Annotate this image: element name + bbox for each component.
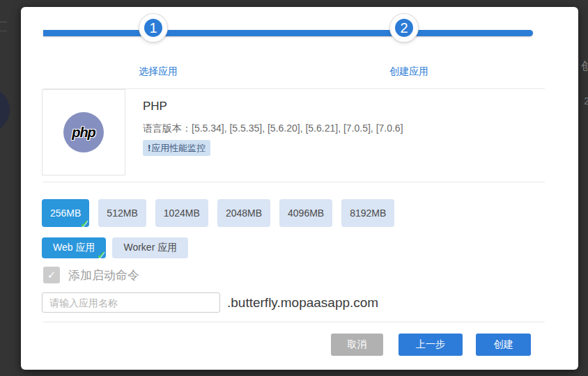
app-type-row: Web 应用 ✓ Worker 应用 [42,237,194,258]
step-2-circle: 2 [390,14,418,42]
create-button[interactable]: 创建 [476,334,531,356]
app-type-option-label: Worker 应用 [123,242,177,254]
app-name: PHP [143,100,167,113]
app-type-option-web[interactable]: Web 应用 ✓ [42,237,106,258]
step-1-number: 1 [149,20,157,36]
memory-option-256mb[interactable]: 256MB ✓ [42,199,89,227]
startup-command-row: ✓ 添加启动命令 [43,267,139,283]
check-icon: ✓ [80,219,89,230]
app-name-input[interactable] [42,292,220,313]
php-logo-text: php [72,125,95,141]
startup-command-checkbox[interactable]: ✓ [43,267,60,283]
memory-option-512mb[interactable]: 512MB [98,199,146,227]
app-performance-tag: ! 应用性能监控 [143,140,210,156]
background-artifact [0,22,7,31]
background-text-fragment: 创 [581,59,588,74]
memory-option-label: 8192MB [350,207,386,219]
exclamation-icon: ! [148,143,150,153]
background-logo-fragment [0,88,10,132]
step-1-circle: 1 [139,14,167,42]
stepper: 1 2 选择应用 创建应用 [21,7,578,88]
domain-suffix: .butterfly.mopaasapp.com [227,295,378,311]
memory-option-8192mb[interactable]: 8192MB [341,199,394,227]
memory-option-2048mb[interactable]: 2048MB [217,199,270,227]
memory-option-label: 1024MB [164,207,200,219]
startup-command-label: 添加启动命令 [68,267,139,283]
stepper-progress-bar [43,30,533,36]
app-performance-tag-label: 应用性能监控 [151,142,206,155]
app-icon-box: php [42,89,125,175]
memory-option-label: 256MB [50,207,81,219]
memory-option-label: 2048MB [226,207,262,219]
divider [43,322,545,322]
background-text-fragment: 2 [584,95,588,107]
app-versions: 语言版本：[5.5.34], [5.5.35], [5.6.20], [5.6.… [143,123,403,135]
check-icon: ✓ [47,269,56,281]
memory-option-label: 4096MB [288,207,324,219]
previous-step-button[interactable]: 上一步 [399,334,463,356]
step-2-number: 2 [400,20,408,36]
check-icon: ✓ [97,250,106,261]
divider [43,182,545,182]
app-type-option-worker[interactable]: Worker 应用 [112,237,188,258]
cancel-button[interactable]: 取消 [331,334,383,356]
step-1-label: 选择应用 [116,65,200,78]
app-type-option-label: Web 应用 [53,242,95,254]
php-logo-icon: php [63,112,104,152]
memory-option-1024mb[interactable]: 1024MB [155,199,208,227]
app-name-row: .butterfly.mopaasapp.com [42,292,378,313]
memory-option-4096mb[interactable]: 4096MB [279,199,332,227]
memory-options-row: 256MB ✓ 512MB 1024MB 2048MB 4096MB 8192M… [42,199,403,227]
memory-option-label: 512MB [107,207,137,219]
create-app-modal: 1 2 选择应用 创建应用 php PHP 语言版本：[5.5.34], [5.… [21,7,578,370]
step-2-label: 创建应用 [367,65,451,78]
